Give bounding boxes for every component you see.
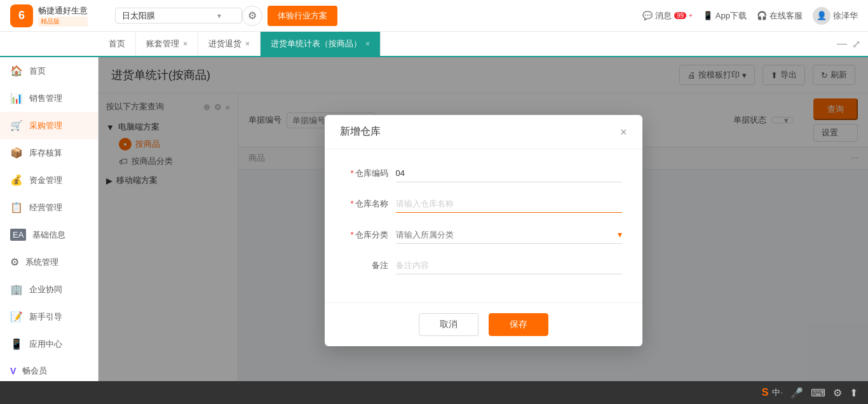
guide-icon: 📝 (10, 311, 23, 323)
category-label: 仓库分类 (345, 229, 396, 241)
category-input[interactable] (396, 230, 618, 239)
sidebar-item-system[interactable]: ⚙ 系统管理 (0, 248, 98, 276)
avatar: 👤 (813, 7, 831, 25)
sidebar-item-membership[interactable]: V 畅会员 (0, 358, 98, 384)
online-service-button[interactable]: 🎧 在线客服 (757, 10, 803, 22)
category-select[interactable]: ▾ (396, 226, 622, 244)
note-input[interactable] (396, 257, 622, 274)
logo-icon: 6 (10, 4, 33, 27)
s-logo-icon: S (762, 387, 769, 398)
logo-text: 畅捷通好生意 精品版 (38, 5, 88, 27)
tab-accounts[interactable]: 账套管理 × (136, 32, 198, 56)
tab-expand-icon[interactable]: ⤢ (852, 38, 860, 50)
app-center-icon: 📱 (10, 338, 23, 350)
user-menu[interactable]: 👤 徐泽华 (813, 7, 858, 25)
search-box[interactable]: ▾ (115, 8, 242, 24)
modal-title: 新增仓库 (340, 125, 381, 138)
cancel-button[interactable]: 取消 (419, 313, 478, 336)
name-label: 仓库名称 (345, 198, 396, 210)
purchase-icon: 🛒 (10, 119, 23, 131)
modal-body: 仓库编码 仓库名称 仓库分类 ▾ (325, 149, 642, 302)
main-layout: 🏠 首页 📊 销售管理 🛒 采购管理 📦 库存核算 💰 资金管理 📋 经营管理 … (0, 57, 868, 404)
tab-home[interactable]: 首页 (98, 32, 136, 56)
code-input[interactable] (396, 165, 622, 182)
save-button[interactable]: 保存 (489, 313, 548, 336)
tab-close-purchase-stats[interactable]: × (365, 39, 370, 48)
sales-icon: 📊 (10, 92, 23, 104)
membership-icon: V (10, 366, 16, 376)
sidebar-item-enterprise[interactable]: 🏢 企业协同 (0, 276, 98, 303)
trial-button[interactable]: 体验行业方案 (268, 6, 337, 26)
basic-info-icon: EA (10, 229, 26, 241)
bottom-logo: S 中· (762, 387, 783, 398)
search-input[interactable] (122, 11, 217, 20)
header-right: 💬 消息 99 + 📱 App下载 🎧 在线客服 👤 徐泽华 (642, 7, 858, 25)
system-icon: ⚙ (10, 256, 19, 268)
gear-icon: ⚙ (248, 10, 257, 22)
message-icon: 💬 (642, 11, 653, 20)
phone-icon: 📱 (703, 11, 713, 20)
category-dropdown-icon: ▾ (618, 229, 622, 239)
form-row-code: 仓库编码 (345, 165, 622, 182)
tab-actions: — ⤢ (829, 32, 868, 56)
expand-bottom-icon[interactable]: ⬆ (850, 387, 858, 399)
app-download-button[interactable]: 📱 App下载 (703, 10, 747, 22)
settings-bottom-icon[interactable]: ⚙ (833, 387, 842, 399)
code-label: 仓库编码 (345, 168, 396, 179)
logo-area: 6 畅捷通好生意 精品版 (10, 4, 109, 27)
gear-button[interactable]: ⚙ (242, 6, 262, 26)
tab-bar: 首页 账套管理 × 进货退货 × 进货单统计表（按商品） × — ⤢ (0, 32, 868, 57)
tab-minimize-icon[interactable]: — (837, 38, 847, 50)
content-area: 进货单统计(按商品) 🖨 按模板打印 ▾ ⬆ 导出 ↻ 刷新 (98, 57, 868, 404)
sidebar-item-operations[interactable]: 📋 经营管理 (0, 194, 98, 221)
home-icon: 🏠 (10, 65, 23, 77)
note-label: 备注 (345, 260, 396, 271)
tab-close-purchase-return[interactable]: × (245, 39, 250, 48)
sidebar: 🏠 首页 📊 销售管理 🛒 采购管理 📦 库存核算 💰 资金管理 📋 经营管理 … (0, 57, 98, 404)
modal-header: 新增仓库 × (325, 115, 642, 149)
inventory-icon: 📦 (10, 147, 23, 159)
name-input[interactable] (396, 195, 622, 213)
tab-close-accounts[interactable]: × (183, 39, 187, 48)
sidebar-item-sales[interactable]: 📊 销售管理 (0, 84, 98, 112)
sidebar-item-finance[interactable]: 💰 资金管理 (0, 166, 98, 194)
modal-footer: 取消 保存 (325, 302, 642, 346)
modal-overlay: 新增仓库 × 仓库编码 仓库名称 仓库分类 (98, 57, 868, 404)
form-row-category: 仓库分类 ▾ (345, 226, 622, 244)
finance-icon: 💰 (10, 174, 23, 186)
sidebar-item-purchase[interactable]: 🛒 采购管理 (0, 112, 98, 139)
sidebar-item-app-center[interactable]: 📱 应用中心 (0, 330, 98, 358)
operations-icon: 📋 (10, 201, 23, 213)
form-row-note: 备注 (345, 257, 622, 274)
microphone-icon[interactable]: 🎤 (790, 387, 803, 399)
form-row-name: 仓库名称 (345, 195, 622, 213)
dropdown-arrow-icon: ▾ (217, 11, 221, 20)
add-warehouse-modal: 新增仓库 × 仓库编码 仓库名称 仓库分类 (325, 115, 642, 346)
sidebar-item-basic-info[interactable]: EA 基础信息 (0, 221, 98, 248)
tab-purchase-return[interactable]: 进货退货 × (198, 32, 261, 56)
enterprise-icon: 🏢 (10, 283, 23, 295)
message-button[interactable]: 💬 消息 99 + (642, 10, 693, 22)
sidebar-item-home[interactable]: 🏠 首页 (0, 57, 98, 84)
tab-purchase-stats[interactable]: 进货单统计表（按商品） × (261, 32, 381, 56)
bottom-bar: S 中· 🎤 ⌨ ⚙ ⬆ (0, 381, 868, 404)
keyboard-icon[interactable]: ⌨ (811, 387, 825, 399)
headset-icon: 🎧 (757, 11, 767, 20)
modal-close-button[interactable]: × (620, 126, 627, 138)
bottom-label: 中· (772, 387, 783, 398)
sidebar-item-inventory[interactable]: 📦 库存核算 (0, 139, 98, 166)
top-header: 6 畅捷通好生意 精品版 ▾ ⚙ 体验行业方案 💬 消息 99 + 📱 App下… (0, 0, 868, 32)
sidebar-item-guide[interactable]: 📝 新手引导 (0, 303, 98, 330)
